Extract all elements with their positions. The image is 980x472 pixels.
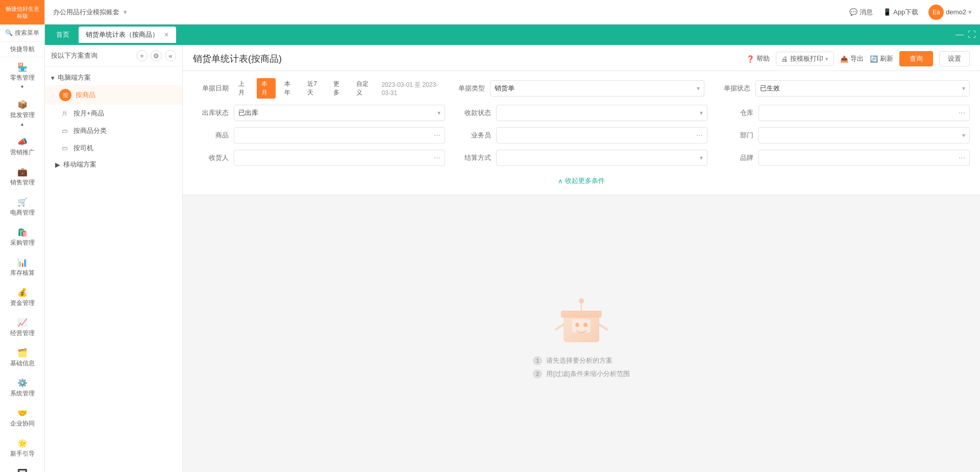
empty-tip-1: 1 请先选择要分析的方案 (533, 356, 629, 365)
help-btn[interactable]: ❓ 帮助 (746, 54, 770, 63)
salesperson-select[interactable]: ··· (496, 127, 707, 144)
sidebar-item-enterprise[interactable]: 🤝 企业协同 (0, 403, 44, 433)
page-header: 销货单统计表(按商品) ❓ 帮助 🖨 按模板打印 ▾ 📤 导出 (183, 45, 980, 71)
main-area: 办公用品行业模拟账套 ▾ 💬 消息 📱 App下载 Ea demo2 ▾ 首 (45, 0, 980, 472)
newbie-icon: 🌟 (17, 438, 28, 448)
date-year-btn[interactable]: 本年 (280, 78, 299, 99)
content-area: 按以下方案查询 + ⚙ « ▾ 电脑端方案 按 按商品 月 (45, 45, 980, 472)
logo-text: 畅捷信好生意 标版 (6, 5, 39, 20)
sidebar-item-sales[interactable]: 💼 销售管理 (0, 162, 44, 192)
date-more-btn[interactable]: 更多 (329, 78, 348, 99)
tab-sales-stats[interactable]: 销货单统计表（按商品） ✕ (79, 27, 176, 43)
add-scheme-btn[interactable]: + (136, 50, 148, 61)
tab-expand-icon[interactable]: ⛶ (968, 30, 976, 39)
sidebar-item-wholesale[interactable]: 📦 批发管理 ▴ (0, 95, 44, 132)
app-download-btn[interactable]: 📱 App下载 (883, 8, 918, 17)
app-logo: 畅捷信好生意 标版 (0, 0, 44, 25)
sidebar-item-basic[interactable]: 🗂️ 基础信息 (0, 343, 44, 373)
settlement-select[interactable]: ▾ (496, 150, 707, 166)
tab-bar-right: — ⛶ (955, 30, 976, 39)
warehouse-label: 仓库 (718, 108, 758, 117)
sidebar-item-apps[interactable]: 🔲 应用中心 (0, 463, 44, 472)
receiver-label: 收货人 (193, 153, 234, 162)
dept-select[interactable]: ▾ (758, 127, 970, 144)
marketing-icon: 📣 (17, 137, 28, 147)
date-week-btn[interactable]: 近7天 (303, 78, 324, 99)
doc-status-select[interactable]: 已生效 ▾ (755, 80, 970, 97)
query-btn[interactable]: 查询 (899, 51, 933, 66)
tip-num-1: 1 (533, 356, 542, 365)
payment-status-select[interactable]: ▾ (496, 105, 707, 121)
doc-type-select[interactable]: 销货单 ▾ (490, 80, 704, 97)
sidebar-quicknav[interactable]: 快捷导航 (0, 42, 44, 57)
user-menu[interactable]: Ea demo2 ▾ (928, 5, 972, 20)
tree-item-category[interactable]: 🗃 按商品分类 (45, 122, 182, 139)
settings-btn[interactable]: 设置 (939, 51, 970, 66)
brand-select[interactable]: ··· (758, 150, 970, 166)
sidebar-item-retail[interactable]: 🏪 零售管理 ▾ (0, 57, 44, 95)
out-status-select[interactable]: 已出库 ▾ (234, 105, 445, 121)
month-goods-icon: 月 (59, 108, 69, 119)
sidebar-item-finance[interactable]: 💰 资金管理 (0, 282, 44, 313)
date-custom-btn[interactable]: 自定义 (352, 78, 376, 99)
svg-point-4 (583, 323, 587, 327)
collapse-btn[interactable]: ∧ 收起更多条件 (193, 172, 970, 187)
receiver-select[interactable]: ··· (234, 150, 445, 166)
doc-status-arrow-icon: ▾ (962, 85, 965, 92)
left-panel-actions: + ⚙ « (136, 50, 176, 61)
dropdown-arrow-icon[interactable]: ▾ (124, 8, 127, 16)
sidebar: 畅捷信好生意 标版 🔍 搜索菜单 快捷导航 🏪 零售管理 ▾ 📦 批发管理 ▴ … (0, 0, 45, 472)
tree-item-month-goods[interactable]: 月 按月+商品 (45, 105, 182, 122)
svg-line-7 (556, 324, 564, 329)
sidebar-item-ecom[interactable]: 🛒 电商管理 (0, 192, 44, 222)
tab-home[interactable]: 首页 (49, 27, 77, 43)
sidebar-item-marketing[interactable]: 📣 营销推广 (0, 132, 44, 162)
tree-item-driver[interactable]: 🗃 按司机 (45, 139, 182, 157)
svg-rect-1 (561, 311, 602, 318)
goods-dots-icon[interactable]: ··· (434, 131, 440, 140)
goods-label: 商品 (193, 131, 234, 140)
filter-row-4: 收货人 ··· 结算方式 ▾ 品牌 ··· (193, 150, 970, 166)
sidebar-search[interactable]: 🔍 搜索菜单 (0, 25, 44, 42)
sidebar-item-system[interactable]: ⚙️ 系统管理 (0, 373, 44, 403)
svg-point-3 (575, 323, 579, 327)
warehouse-select[interactable]: ··· (758, 105, 970, 121)
settings-scheme-btn[interactable]: ⚙ (151, 50, 162, 61)
page-header-actions: ❓ 帮助 🖨 按模板打印 ▾ 📤 导出 🔄 刷新 (746, 51, 970, 66)
message-icon: 💬 (849, 8, 857, 16)
help-icon: ❓ (746, 55, 754, 63)
date-prev-btn[interactable]: 上月 (234, 78, 253, 99)
purchase-icon: 🛍️ (17, 227, 28, 237)
tree-item-by-goods[interactable]: 按 按商品 (45, 85, 182, 105)
inventory-icon: 📊 (17, 257, 28, 267)
sidebar-item-ops[interactable]: 📈 经营管理 (0, 313, 44, 343)
sidebar-item-newbie[interactable]: 🌟 新手引导 (0, 433, 44, 463)
print-btn[interactable]: 🖨 按模板打印 ▾ (776, 52, 834, 66)
sidebar-item-inventory[interactable]: 📊 库存核算 (0, 252, 44, 282)
refresh-btn[interactable]: 🔄 刷新 (870, 54, 893, 63)
svg-line-8 (599, 324, 607, 329)
tree-desktop-header[interactable]: ▾ 电脑端方案 (45, 70, 182, 85)
tree-mobile-header[interactable]: ▶ 移动端方案 (45, 157, 182, 172)
warehouse-dots-icon[interactable]: ··· (959, 108, 965, 117)
out-status-arrow-icon: ▾ (437, 109, 440, 116)
left-panel: 按以下方案查询 + ⚙ « ▾ 电脑端方案 按 按商品 月 (45, 45, 183, 472)
salesperson-dots-icon[interactable]: ··· (696, 131, 703, 140)
tab-close-icon[interactable]: ✕ (164, 31, 169, 38)
sidebar-item-purchase[interactable]: 🛍️ 采购管理 (0, 222, 44, 252)
doc-type-label: 单据类型 (449, 84, 490, 93)
date-curr-btn[interactable]: 本月 (257, 78, 276, 99)
messages-btn[interactable]: 💬 消息 (849, 8, 873, 17)
goods-select[interactable]: ··· (234, 127, 445, 144)
category-icon: 🗃 (59, 126, 69, 136)
tip-num-2: 2 (533, 369, 542, 379)
receiver-dots-icon[interactable]: ··· (434, 153, 440, 162)
filter-row-2: 出库状态 已出库 ▾ 收款状态 ▾ 仓库 ··· (193, 105, 970, 121)
brand-dots-icon[interactable]: ··· (959, 153, 965, 162)
export-btn[interactable]: 📤 导出 (840, 54, 864, 63)
tab-bar: 首页 销货单统计表（按商品） ✕ — ⛶ (45, 25, 980, 45)
collapse-panel-btn[interactable]: « (165, 50, 176, 61)
header-actions: 💬 消息 📱 App下载 Ea demo2 ▾ (849, 5, 972, 20)
tab-minus-icon[interactable]: — (955, 30, 964, 39)
finance-icon: 💰 (17, 288, 28, 297)
